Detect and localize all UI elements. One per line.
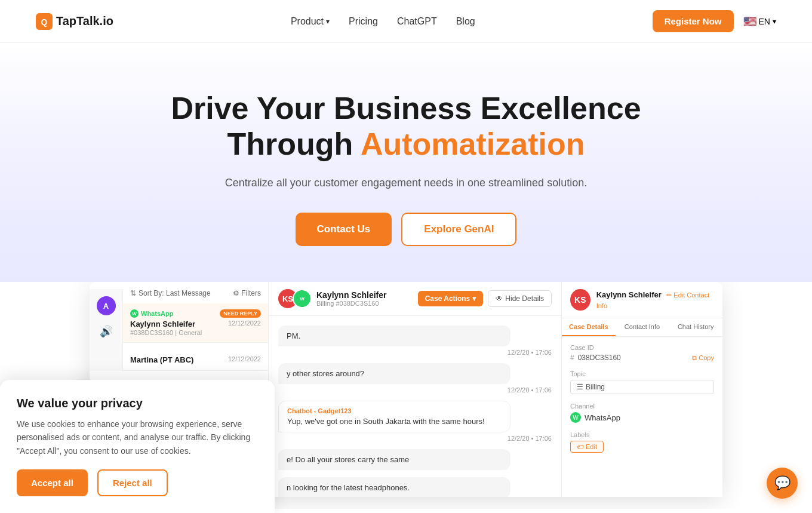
whatsapp-icon: W bbox=[130, 309, 139, 318]
contact-us-button[interactable]: Contact Us bbox=[296, 213, 392, 246]
language-selector[interactable]: 🇺🇸 EN ▾ bbox=[743, 15, 776, 28]
edit-labels-button[interactable]: 🏷 Edit bbox=[570, 441, 604, 453]
copy-icon[interactable]: ⧉ Copy bbox=[692, 354, 714, 362]
reject-all-button[interactable]: Reject all bbox=[97, 469, 168, 496]
avatar-stack: KS W bbox=[278, 289, 312, 308]
sort-control[interactable]: ⇅ Sort By: Last Message bbox=[130, 289, 211, 297]
left-content: A 🔊 ⇅ Sort By: Last Message ⚙ Filters bbox=[90, 289, 268, 371]
whatsapp-channel-icon: W bbox=[570, 412, 581, 423]
message-3-bot: Chatbot - Gadget123 Yup, we've got one i… bbox=[278, 401, 552, 442]
right-body: Case ID # 038DC3S160 ⧉ Copy Topic ☰ Bil bbox=[562, 337, 722, 460]
bot-message-time: 12/2/20 • 17:06 bbox=[278, 435, 552, 442]
message-2: y other stores around? 12/2/20 • 17:06 bbox=[278, 363, 552, 394]
sort-icon: ⇅ bbox=[130, 289, 136, 297]
channel-label: Channel bbox=[570, 403, 714, 410]
account-icon: A bbox=[97, 296, 116, 315]
case-id-value: # 038DC3S160 bbox=[570, 354, 621, 362]
conv-name-2: Martina (PT ABC) bbox=[130, 355, 193, 364]
nav-pricing[interactable]: Pricing bbox=[349, 16, 378, 27]
lang-chevron-icon: ▾ bbox=[773, 17, 776, 26]
case-actions-button[interactable]: Case Actions ▾ bbox=[418, 291, 484, 306]
conversation-item[interactable]: W WhatsApp NEED REPLY Kaylynn Schleifer … bbox=[123, 303, 268, 343]
message-4: e! Do all your stores carry the same bbox=[278, 449, 552, 470]
nav-chatgpt[interactable]: ChatGPT bbox=[397, 16, 437, 27]
message-bubble: PM. bbox=[278, 325, 510, 346]
conv-id: #038DC3S160 | General bbox=[130, 329, 261, 336]
explore-genai-button[interactable]: Explore GenAI bbox=[401, 213, 516, 246]
conv-date: 12/12/2022 bbox=[228, 320, 261, 327]
hero-title: Drive Your Business Excellence Through A… bbox=[12, 91, 800, 162]
right-header: KS Kaylynn Schleifer ✏ Edit Contact Info bbox=[562, 282, 722, 318]
labels-field: Labels 🏷 Edit bbox=[570, 431, 714, 453]
channel-value: W WhatsApp bbox=[570, 412, 714, 423]
register-button[interactable]: Register Now bbox=[653, 10, 734, 32]
cookie-text: We use cookies to enhance your browsing … bbox=[17, 417, 258, 457]
message-5: n looking for the latest headphones. bbox=[278, 477, 552, 497]
conv-name: Kaylynn Schleifer bbox=[130, 320, 195, 328]
conv-top: W WhatsApp NEED REPLY bbox=[130, 309, 261, 318]
message-bubble-2: y other stores around? bbox=[278, 363, 510, 384]
tag-icon: 🏷 bbox=[577, 443, 583, 450]
case-id-row: # 038DC3S160 ⧉ Copy bbox=[570, 354, 714, 362]
bot-message-bubble: Chatbot - Gadget123 Yup, we've got one i… bbox=[278, 401, 510, 432]
whatsapp-avatar-icon: W bbox=[293, 289, 312, 308]
conversation-item-2[interactable]: Martina (PT ABC) 12/12/2022 bbox=[123, 343, 268, 371]
need-reply-badge: NEED REPLY bbox=[220, 309, 261, 318]
bot-label: Chatbot - Gadget123 bbox=[287, 407, 502, 414]
message-time: 12/2/20 • 17:06 bbox=[278, 349, 552, 356]
tab-case-details[interactable]: Case Details bbox=[562, 318, 616, 336]
chevron-down-icon: ▾ bbox=[326, 17, 330, 26]
logo[interactable]: Q TapTalk.io bbox=[36, 13, 113, 30]
hero-subtitle: Centralize all your customer engagement … bbox=[215, 174, 597, 192]
sidebar-icons: A 🔊 bbox=[90, 289, 123, 371]
labels-label: Labels bbox=[570, 431, 714, 438]
cookie-title: We value your privacy bbox=[17, 397, 258, 410]
nav-actions: Register Now 🇺🇸 EN ▾ bbox=[653, 10, 776, 32]
filter-control[interactable]: ⚙ Filters bbox=[233, 289, 261, 297]
channel-label: W WhatsApp bbox=[130, 309, 173, 318]
message-time-2: 12/2/20 • 17:06 bbox=[278, 386, 552, 394]
speaker-icon: 🔊 bbox=[100, 325, 113, 338]
mid-actions: Case Actions ▾ 👁 Hide Details bbox=[418, 290, 552, 307]
topic-field: Topic ☰ Billing bbox=[570, 370, 714, 394]
conv-list-header: ⇅ Sort By: Last Message ⚙ Filters bbox=[123, 289, 268, 303]
case-id-label: Case ID bbox=[570, 344, 714, 351]
hero-buttons: Contact Us Explore GenAI bbox=[12, 213, 800, 246]
hide-details-button[interactable]: 👁 Hide Details bbox=[488, 290, 552, 307]
contact-details: Kaylynn Schleifer Billing #038DC3S160 bbox=[316, 290, 387, 307]
case-id-field: Case ID # 038DC3S160 ⧉ Copy bbox=[570, 344, 714, 362]
logo-text: TapTalk.io bbox=[56, 14, 113, 28]
topic-label: Topic bbox=[570, 370, 714, 377]
eye-icon: 👁 bbox=[496, 294, 503, 303]
list-icon: ☰ bbox=[577, 383, 583, 391]
nav-links: Product ▾ Pricing ChatGPT Blog bbox=[291, 16, 475, 27]
message-1: PM. 12/2/20 • 17:06 bbox=[278, 325, 552, 356]
flag-icon: 🇺🇸 bbox=[743, 15, 756, 28]
details-panel: KS Kaylynn Schleifer ✏ Edit Contact Info… bbox=[561, 282, 722, 497]
message-bubble-5: n looking for the latest headphones. bbox=[278, 477, 510, 497]
chat-widget-button[interactable]: 💬 bbox=[767, 468, 798, 499]
cookie-banner: We value your privacy We use cookies to … bbox=[0, 380, 275, 509]
right-contact-name-area: Kaylynn Schleifer ✏ Edit Contact Info bbox=[596, 289, 714, 311]
nav-blog[interactable]: Blog bbox=[456, 16, 475, 27]
channel-field: Channel W WhatsApp bbox=[570, 403, 714, 423]
case-actions-chevron-icon: ▾ bbox=[472, 294, 476, 303]
topic-value: ☰ Billing bbox=[570, 380, 714, 394]
tab-contact-info[interactable]: Contact Info bbox=[616, 318, 669, 336]
navbar: Q TapTalk.io Product ▾ Pricing ChatGPT B… bbox=[0, 0, 812, 43]
logo-icon: Q bbox=[36, 13, 53, 30]
conv-date-2: 12/12/2022 bbox=[228, 355, 261, 363]
chat-messages: PM. 12/2/20 • 17:06 y other stores aroun… bbox=[269, 316, 561, 497]
chat-panel: KS W Kaylynn Schleifer Billing #038DC3S1… bbox=[269, 282, 561, 497]
hash-icon: # bbox=[570, 354, 574, 362]
message-bubble-4: e! Do all your stores carry the same bbox=[278, 449, 510, 470]
right-tabs: Case Details Contact Info Chat History bbox=[562, 318, 722, 337]
nav-product[interactable]: Product ▾ bbox=[291, 16, 330, 27]
chat-header: KS W Kaylynn Schleifer Billing #038DC3S1… bbox=[269, 282, 561, 316]
tab-chat-history[interactable]: Chat History bbox=[669, 318, 722, 336]
chat-widget-icon: 💬 bbox=[774, 475, 791, 491]
contact-info: KS W Kaylynn Schleifer Billing #038DC3S1… bbox=[278, 289, 387, 308]
conversation-list: ⇅ Sort By: Last Message ⚙ Filters W W bbox=[123, 289, 268, 371]
accept-all-button[interactable]: Accept all bbox=[17, 469, 88, 496]
svg-text:Q: Q bbox=[41, 17, 48, 27]
